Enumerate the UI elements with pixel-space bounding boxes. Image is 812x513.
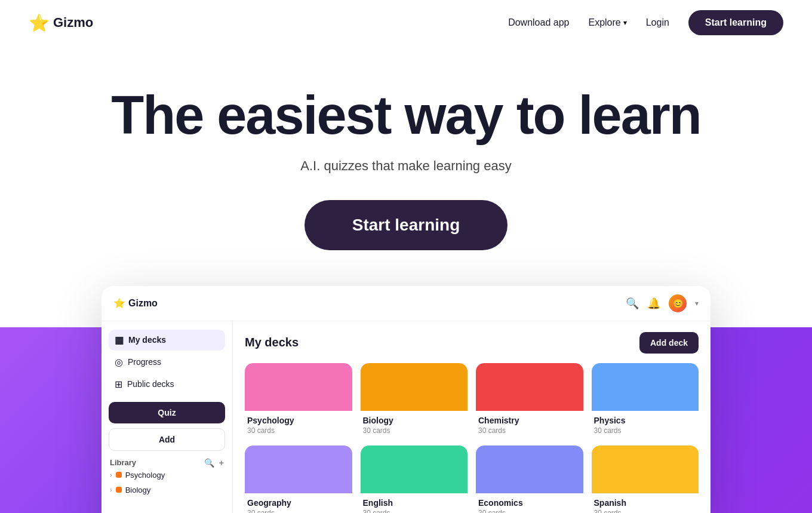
main-title: My decks	[245, 336, 299, 349]
library-header: Library 🔍 +	[109, 458, 225, 468]
psychology-deck-name: Psychology	[247, 416, 350, 425]
app-preview-section: ⭐ Gizmo 🔍 🔔 😊 ▾ ▦ My decks ◎ Progress	[0, 286, 812, 514]
main-content: My decks Add deck Psychology 30 cards	[233, 321, 710, 514]
explore-dropdown[interactable]: Explore ▾	[588, 17, 626, 28]
my-decks-icon: ▦	[115, 334, 124, 346]
english-card-info: English 30 cards	[361, 493, 468, 514]
nav-logo[interactable]: ⭐ Gizmo	[29, 13, 93, 33]
deck-card-economics[interactable]: Economics 30 cards	[476, 446, 583, 514]
psychology-dot	[116, 472, 122, 478]
nav-start-learning-button[interactable]: Start learning	[688, 10, 783, 35]
chemistry-deck-count: 30 cards	[478, 426, 581, 435]
economics-deck-count: 30 cards	[478, 509, 581, 514]
geography-card-info: Geography 30 cards	[245, 493, 352, 514]
chemistry-deck-name: Chemistry	[478, 416, 581, 425]
spanish-deck-count: 30 cards	[594, 509, 697, 514]
deck-card-chemistry[interactable]: Chemistry 30 cards	[476, 363, 583, 437]
psychology-deck-count: 30 cards	[247, 426, 350, 435]
economics-card-color	[476, 446, 583, 493]
hero-section: The easiest way to learn A.I. quizzes th…	[0, 45, 812, 250]
deck-card-english[interactable]: English 30 cards	[361, 446, 468, 514]
sidebar: ▦ My decks ◎ Progress ⊞ Public decks Qui…	[102, 321, 233, 514]
economics-deck-name: Economics	[478, 498, 581, 508]
physics-card-info: Physics 30 cards	[592, 411, 699, 437]
explore-link[interactable]: Explore	[588, 17, 620, 28]
sidebar-item-public-decks-label: Public decks	[127, 379, 174, 389]
physics-card-color	[592, 363, 699, 411]
app-logo-text: Gizmo	[128, 298, 158, 309]
public-decks-icon: ⊞	[115, 379, 122, 390]
chemistry-card-color	[476, 363, 583, 411]
notification-icon[interactable]: 🔔	[647, 297, 660, 310]
spanish-deck-name: Spanish	[594, 498, 697, 508]
chevron-down-icon: ▾	[695, 299, 699, 308]
star-icon: ⭐	[29, 13, 50, 33]
biology-card-info: Biology 30 cards	[361, 411, 468, 437]
sidebar-item-my-decks-label: My decks	[128, 335, 166, 345]
sidebar-item-my-decks[interactable]: ▦ My decks	[109, 330, 225, 351]
psychology-card-info: Psychology 30 cards	[245, 411, 352, 437]
app-star-icon: ⭐	[113, 297, 125, 309]
add-deck-button[interactable]: Add deck	[639, 332, 699, 354]
nav-right: Download app Explore ▾ Login Start learn…	[508, 10, 783, 35]
geography-deck-name: Geography	[247, 498, 350, 508]
main-header: My decks Add deck	[245, 332, 699, 354]
geography-card-color	[245, 446, 352, 493]
deck-card-spanish[interactable]: Spanish 30 cards	[592, 446, 699, 514]
biology-card-color	[361, 363, 468, 411]
biology-deck-name: Biology	[363, 416, 466, 425]
economics-card-info: Economics 30 cards	[476, 493, 583, 514]
library-item-biology[interactable]: › Biology	[109, 483, 225, 497]
english-deck-count: 30 cards	[363, 509, 466, 514]
quiz-button[interactable]: Quiz	[109, 402, 225, 423]
english-deck-name: English	[363, 498, 466, 508]
library-item-biology-label: Biology	[125, 486, 151, 494]
library-label: Library	[110, 458, 136, 467]
library-icons: 🔍 +	[204, 458, 224, 468]
spanish-card-color	[592, 446, 699, 493]
search-icon[interactable]: 🔍	[626, 297, 639, 310]
library-search-icon[interactable]: 🔍	[204, 458, 214, 468]
nav-logo-text: Gizmo	[53, 15, 93, 30]
add-button[interactable]: Add	[109, 428, 225, 451]
navbar: ⭐ Gizmo Download app Explore ▾ Login Sta…	[0, 0, 812, 45]
progress-icon: ◎	[115, 357, 123, 368]
app-header-icons: 🔍 🔔 😊 ▾	[626, 294, 699, 312]
app-header: ⭐ Gizmo 🔍 🔔 😊 ▾	[102, 286, 710, 321]
app-body: ▦ My decks ◎ Progress ⊞ Public decks Qui…	[102, 321, 710, 514]
avatar[interactable]: 😊	[669, 294, 687, 312]
sidebar-item-progress-label: Progress	[128, 357, 161, 367]
download-app-link[interactable]: Download app	[508, 17, 569, 28]
library-item-psychology-label: Psychology	[125, 471, 165, 480]
library-add-icon[interactable]: +	[219, 458, 224, 468]
physics-deck-count: 30 cards	[594, 426, 697, 435]
spanish-card-info: Spanish 30 cards	[592, 493, 699, 514]
geography-deck-count: 30 cards	[247, 509, 350, 514]
deck-card-geography[interactable]: Geography 30 cards	[245, 446, 352, 514]
sidebar-item-public-decks[interactable]: ⊞ Public decks	[109, 374, 225, 395]
chevron-down-icon: ▾	[623, 19, 627, 27]
sidebar-buttons: Quiz Add	[109, 402, 225, 451]
deck-grid: Psychology 30 cards Biology 30 cards	[245, 363, 699, 514]
deck-card-physics[interactable]: Physics 30 cards	[592, 363, 699, 437]
english-card-color	[361, 446, 468, 493]
app-window: ⭐ Gizmo 🔍 🔔 😊 ▾ ▦ My decks ◎ Progress	[102, 286, 710, 514]
deck-card-biology[interactable]: Biology 30 cards	[361, 363, 468, 437]
sidebar-item-progress[interactable]: ◎ Progress	[109, 352, 225, 373]
chemistry-card-info: Chemistry 30 cards	[476, 411, 583, 437]
library-item-psychology[interactable]: › Psychology	[109, 468, 225, 483]
hero-subheading: A.I. quizzes that make learning easy	[12, 158, 800, 174]
physics-deck-name: Physics	[594, 416, 697, 425]
psychology-card-color	[245, 363, 352, 411]
login-link[interactable]: Login	[646, 17, 669, 28]
hero-start-learning-button[interactable]: Start learning	[304, 200, 508, 250]
hero-heading: The easiest way to learn	[12, 87, 800, 144]
biology-deck-count: 30 cards	[363, 426, 466, 435]
app-logo: ⭐ Gizmo	[113, 297, 158, 309]
biology-dot	[116, 487, 122, 493]
deck-card-psychology[interactable]: Psychology 30 cards	[245, 363, 352, 437]
